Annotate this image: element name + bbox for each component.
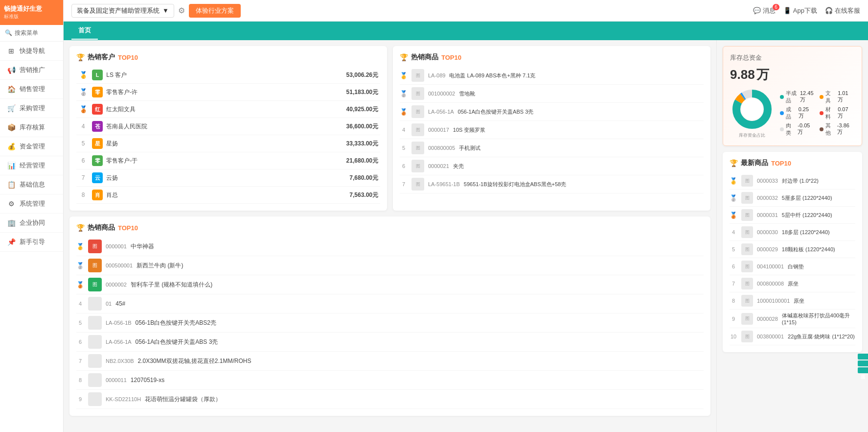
list-item: 9 图 0000028 体碱嘉枚味苏打饮品400毫升 (1*15) xyxy=(730,310,855,328)
legend-item: 材料 0.07 万 xyxy=(820,106,855,120)
search-menu[interactable]: 🔍 搜索菜单 xyxy=(0,25,63,42)
sidebar-item-quick-nav[interactable]: ⊞ 快捷导航 xyxy=(0,42,63,61)
product-img: 图 xyxy=(411,69,424,82)
donut-label: 库存资金占比 xyxy=(739,132,765,139)
table-row: 🥇 L LS 客户 53,006.26元 xyxy=(76,67,380,84)
list-item: 4 01 45# xyxy=(76,294,704,313)
sidebar-item-finance[interactable]: 💰 资金管理 xyxy=(0,137,63,156)
customer-name-cell: L LS 客户 xyxy=(90,67,271,84)
product-img: 图 xyxy=(741,175,753,187)
trophy-icon: 🏆 xyxy=(76,53,85,61)
system-selector[interactable]: 装备及固定资产辅助管理系统 ▼ xyxy=(71,4,174,18)
sidebar-item-basic[interactable]: 📋 基础信息 xyxy=(0,175,63,194)
float-service-hotline[interactable]: 客服热线 xyxy=(858,354,868,360)
app-download-button[interactable]: 📱 App下载 xyxy=(783,6,817,15)
product-img: 图 xyxy=(88,259,102,272)
online-service-button[interactable]: 🎧 在线客服 xyxy=(825,6,860,15)
product-img: 图 xyxy=(411,123,424,136)
list-item: 🥈 图 001000002 雪地靴 xyxy=(400,85,704,103)
legend-item: 肉类 -0.05 万 xyxy=(780,122,816,137)
sidebar-item-enterprise[interactable]: 🏢 企业协同 xyxy=(0,214,63,233)
content: 🏆 热销客户 TOP10 🥇 L LS 客户 53,006.26元 🥈 零 零售… xyxy=(64,40,868,432)
message-button[interactable]: 💬 消息 6 xyxy=(753,6,776,15)
product-img xyxy=(88,297,102,311)
sidebar-item-label: 基础信息 xyxy=(20,180,45,189)
legend-dot xyxy=(780,127,784,131)
customer-list: 🥇 L LS 客户 53,006.26元 🥈 零 零售客户-许 51,183.0… xyxy=(76,67,380,204)
donut-wrapper: 库存资金占比 xyxy=(730,87,774,139)
product-img: 图 xyxy=(88,240,102,253)
sidebar-item-guide[interactable]: 📌 新手引导 xyxy=(0,233,63,252)
logo-title: 畅捷通好生意 xyxy=(4,5,42,13)
sidebar-item-sales[interactable]: 🏠 销售管理 xyxy=(0,80,63,99)
try-button[interactable]: 体验行业方案 xyxy=(189,4,241,18)
list-item: 4 图 0000030 18多层 (1220*2440) xyxy=(730,224,855,241)
list-item: 6 LA-056-1A 056-1A白色按键开关盖ABS 3壳 xyxy=(76,333,704,352)
sidebar-item-system[interactable]: ⚙ 系统管理 xyxy=(0,194,63,214)
list-item: 🥉 图 0000031 5层中纤 (1220*2440) xyxy=(730,207,855,224)
list-item: 9 KK-SD22110H 花语萌恒温分罐罐袋（厚款） xyxy=(76,390,704,409)
sidebar-item-purchase[interactable]: 🛒 采购管理 xyxy=(0,99,63,118)
float-service: 客服热线 服务社区 直播 xyxy=(858,354,868,373)
product-img xyxy=(88,335,102,349)
rank-cell: 🥈 xyxy=(76,84,90,101)
sidebar-item-label: 资金管理 xyxy=(20,142,45,151)
list-item: 🥉 图 0000002 智利车子里 (规格不知道填什么) xyxy=(76,275,704,294)
list-item: 5 LA-056-1B 056-1B白色按键开关壳ABS2壳 xyxy=(76,313,704,333)
new-products-card: 🏆 最新商品 TOP10 🥇 图 0000033 封边带 (1.0*22) 🥈 … xyxy=(723,152,862,352)
building-icon: 🏢 xyxy=(7,219,16,227)
list-item: 7 图 LA-59651-1B 59651-1B旋转投影灯电池盒ABS黑色+58… xyxy=(400,175,704,193)
float-service-live[interactable]: 直播 xyxy=(858,367,868,373)
list-item: 6 图 0000021 夹壳 xyxy=(400,157,704,175)
header-right: 💬 消息 6 📱 App下载 🎧 在线客服 xyxy=(753,6,860,15)
list-item: 5 图 0000029 18颗粒板 (1220*2440) xyxy=(730,241,855,258)
sidebar-item-label: 经营管理 xyxy=(20,161,45,170)
header-left: 装备及固定资产辅助管理系统 ▼ ⚙ 体验行业方案 xyxy=(71,4,241,18)
customer-amount-cell: 53,006.26元 xyxy=(271,67,381,84)
product-img: 图 xyxy=(741,192,753,204)
sidebar-item-marketing[interactable]: 📢 营销推广 xyxy=(0,61,63,80)
float-service-community[interactable]: 服务社区 xyxy=(858,360,868,366)
sidebar-item-label: 销售管理 xyxy=(20,85,45,94)
product-img: 图 xyxy=(741,278,753,289)
sidebar-item-inventory[interactable]: 📦 库存核算 xyxy=(0,118,63,137)
settings-icon[interactable]: ⚙ xyxy=(178,6,185,15)
logo-subtitle: 标准版 xyxy=(4,13,19,20)
sidebar-item-operation[interactable]: 📊 经营管理 xyxy=(0,156,63,175)
chart-icon: 📊 xyxy=(7,162,16,169)
product-img: 图 xyxy=(741,243,753,255)
main: 装备及固定资产辅助管理系统 ▼ ⚙ 体验行业方案 💬 消息 6 📱 App下载 … xyxy=(64,0,868,432)
list-item: 🥈 图 0000032 5厘多层 (1220*2440) xyxy=(730,190,855,207)
sidebar-item-label: 新手引导 xyxy=(20,238,45,246)
legend-item: 其他 -3.86 万 xyxy=(820,122,855,137)
inventory-amount-row: 9.88 万 xyxy=(730,66,855,83)
customer-name-cell: 苍 苍南县人民医院 xyxy=(90,118,271,135)
product-img: 图 xyxy=(741,313,753,325)
rank-cell: 8 xyxy=(76,187,90,204)
tab-home[interactable]: 首页 xyxy=(71,22,98,40)
center-panel: 🏆 热销客户 TOP10 🥇 L LS 客户 53,006.26元 🥈 零 零售… xyxy=(64,40,716,432)
sidebar-item-label: 库存核算 xyxy=(20,123,45,132)
product-img: 图 xyxy=(741,209,753,221)
search-icon: 🔍 xyxy=(5,29,12,36)
box-icon: 📦 xyxy=(7,123,16,131)
cart-icon: 🛒 xyxy=(7,104,16,112)
list-item: 🥉 图 LA-056-1A 056-1A白色按键开关盖ABS 3壳 xyxy=(400,103,704,121)
sidebar-item-label: 系统管理 xyxy=(20,199,45,208)
legend-dot xyxy=(780,95,784,99)
legend-item: 半成品 12.45 万 xyxy=(780,90,816,104)
top-section: 🏆 热销客户 TOP10 🥇 L LS 客户 53,006.26元 🥈 零 零售… xyxy=(69,46,710,211)
customer-rank-table: 🥇 L LS 客户 53,006.26元 🥈 零 零售客户-许 51,183.0… xyxy=(76,67,380,204)
new-products-title: 🏆 最新商品 TOP10 xyxy=(730,159,855,168)
product-img: 图 xyxy=(741,295,753,307)
hot-products-right-list: 🥇 图 LA-089 电池盖 LA-089 ABS本色+黑种 7.1克 🥈 图 … xyxy=(400,67,704,193)
legend-item: 成品 0.25 万 xyxy=(780,106,816,120)
customer-amount-cell: 7,563.00元 xyxy=(271,187,381,204)
table-row: 8 肖 肖总 7,563.00元 xyxy=(76,187,380,204)
megaphone-icon: 📢 xyxy=(7,66,16,74)
guide-icon: 📌 xyxy=(7,238,16,246)
donut-chart xyxy=(730,87,774,131)
legend-item: 文具 1.01 万 xyxy=(820,90,855,104)
table-row: 6 零 零售客户-于 21,680.00元 xyxy=(76,152,380,169)
sidebar-logo: 畅捷通好生意 标准版 xyxy=(0,0,63,25)
